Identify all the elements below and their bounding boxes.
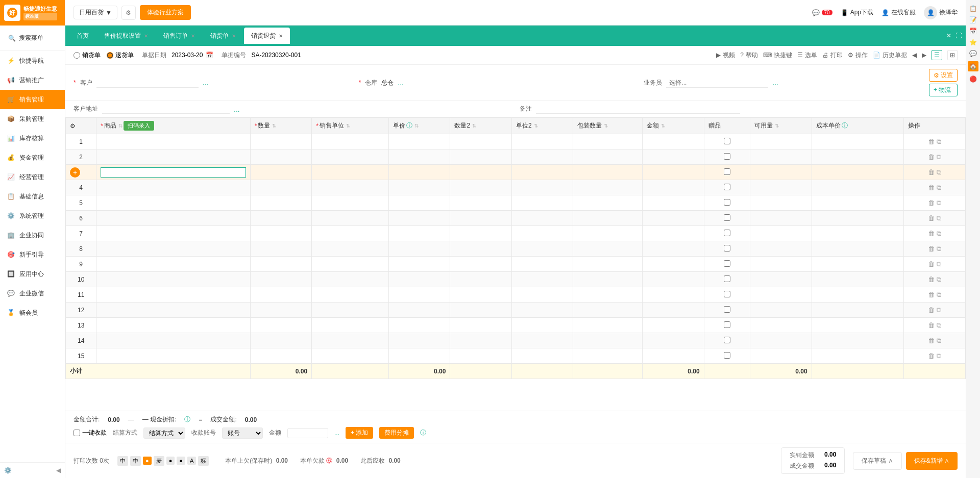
th-sort-icon[interactable]: ⇅ <box>118 123 122 129</box>
delete-row-btn[interactable]: 🗑 <box>928 168 935 176</box>
message-action[interactable]: 💬 70 <box>812 9 832 16</box>
row-unit2-cell[interactable] <box>511 165 573 180</box>
delete-row-btn[interactable]: 🗑 <box>928 214 935 222</box>
row-unit2-cell[interactable] <box>511 134 573 149</box>
prev-record-icon[interactable]: ◀ <box>912 52 917 59</box>
one-click-collect-checkbox[interactable]: 一键收款 <box>74 429 107 437</box>
fee-split-btn[interactable]: 费用分摊 <box>379 427 414 439</box>
copy-row-btn[interactable]: ⧉ <box>937 275 941 284</box>
copy-row-btn[interactable]: ⧉ <box>937 230 941 238</box>
row-unit2-cell[interactable] <box>511 149 573 165</box>
sidebar-item-basic-info[interactable]: 📋 基础信息 <box>0 187 65 206</box>
row-available-cell[interactable] <box>750 134 812 149</box>
logistics-small-btn[interactable]: + 物流 <box>929 84 958 96</box>
th-settings[interactable]: ⚙ <box>66 118 96 134</box>
row-quantity2-cell[interactable] <box>450 165 512 180</box>
maximize-icon[interactable]: ⛶ <box>955 32 962 39</box>
row-pack-qty-cell[interactable] <box>573 134 643 149</box>
delete-row-btn[interactable]: 🗑 <box>928 184 935 191</box>
delete-row-btn[interactable]: 🗑 <box>928 321 935 329</box>
right-sidebar-icon-2[interactable]: 📝 <box>969 16 977 23</box>
sidebar-item-wechat[interactable]: 💬 企业微信 <box>0 284 65 303</box>
row-available-cell[interactable] <box>750 149 812 165</box>
row-product-cell[interactable] <box>96 149 250 165</box>
row-amount-cell[interactable] <box>643 149 704 165</box>
sidebar-item-sales[interactable]: 🛒 销售管理 <box>0 90 65 109</box>
sidebar-item-enterprise[interactable]: 🏢 企业协同 <box>0 225 65 245</box>
address-dots-btn[interactable]: ... <box>234 105 240 113</box>
tab-price-settings[interactable]: 售价提取设置 ✕ <box>97 28 155 44</box>
row-sales-unit-cell[interactable] <box>312 134 389 149</box>
row-cost-price-cell[interactable] <box>812 134 904 149</box>
add-row-button[interactable]: + <box>70 167 80 178</box>
copy-row-btn[interactable]: ⧉ <box>937 245 941 253</box>
copy-row-btn[interactable]: ⧉ <box>937 337 941 345</box>
right-sidebar-icon-active[interactable]: 🏠 <box>968 61 978 71</box>
sidebar-item-apps[interactable]: 🔲 应用中心 <box>0 264 65 284</box>
copy-row-btn[interactable]: ⧉ <box>937 214 941 222</box>
row-unit-price-cell[interactable] <box>388 165 450 180</box>
shortcut-btn[interactable]: ⌨ 快捷键 <box>763 51 792 60</box>
amount-field-input[interactable] <box>287 428 328 438</box>
delete-row-btn[interactable]: 🗑 <box>928 337 935 344</box>
sidebar-item-inventory[interactable]: 📊 库存核算 <box>0 129 65 148</box>
row-gift-cell[interactable] <box>704 134 750 149</box>
delete-row-btn[interactable]: 🗑 <box>928 291 935 298</box>
tab-sales-invoice[interactable]: 销货单 ✕ <box>203 28 243 44</box>
gift-checkbox[interactable] <box>724 138 730 144</box>
right-sidebar-icon-3[interactable]: 📅 <box>969 28 977 35</box>
copy-row-btn[interactable]: ⧉ <box>937 260 941 268</box>
settings-button[interactable]: ⚙ <box>121 6 136 20</box>
copy-row-btn[interactable]: ⧉ <box>937 138 941 146</box>
row-amount-cell[interactable] <box>643 134 704 149</box>
quantity-sort-icon[interactable]: ⇅ <box>272 123 276 129</box>
row-cost-price-cell[interactable] <box>812 149 904 165</box>
delete-row-btn[interactable]: 🗑 <box>928 245 935 253</box>
sidebar-item-search[interactable]: 🔍 搜索菜单 <box>4 30 61 46</box>
settings-small-btn[interactable]: ⚙ 设置 <box>929 69 958 82</box>
gift-checkbox[interactable] <box>724 168 730 175</box>
save-draft-button[interactable]: 保存草稿 ∧ <box>853 452 901 470</box>
app-download-action[interactable]: 📱 App下载 <box>841 8 873 17</box>
row-quantity-cell[interactable] <box>250 134 312 149</box>
settings-gear-icon[interactable]: ⚙️ <box>4 467 12 474</box>
right-sidebar-icon-1[interactable]: 📋 <box>969 5 977 12</box>
user-profile-action[interactable]: 👤 徐泽华 <box>924 6 958 19</box>
row-sales-unit-cell[interactable] <box>312 165 389 180</box>
delete-row-btn[interactable]: 🗑 <box>928 260 935 268</box>
row-quantity2-cell[interactable] <box>450 134 512 149</box>
copy-row-btn[interactable]: ⧉ <box>937 306 941 314</box>
sales-unit-sort-icon[interactable]: ⇅ <box>346 123 350 129</box>
delete-row-btn[interactable]: 🗑 <box>928 230 935 237</box>
video-btn[interactable]: ▶ 视频 <box>716 51 735 60</box>
warehouse-dots-btn[interactable]: ... <box>398 79 404 87</box>
delete-row-btn[interactable]: 🗑 <box>928 138 935 145</box>
row-amount-cell[interactable] <box>643 165 704 180</box>
collapse-icon[interactable]: ◀ <box>56 467 61 474</box>
copy-row-btn[interactable]: ⧉ <box>937 153 941 161</box>
row-available-cell[interactable] <box>750 165 812 180</box>
scan-barcode-btn[interactable]: 扫码录入 <box>124 121 154 131</box>
row-gift-cell[interactable] <box>704 165 750 180</box>
tab-sales-return[interactable]: 销货退货 ✕ <box>244 28 290 44</box>
customer-dots-btn[interactable]: ... <box>203 79 209 87</box>
row-unit-price-cell[interactable] <box>388 134 450 149</box>
row-gift-cell[interactable] <box>704 149 750 165</box>
sidebar-item-marketing[interactable]: 📢 营销推广 <box>0 70 65 90</box>
return-invoice-radio-input[interactable] <box>107 52 113 59</box>
operate-btn[interactable]: ⚙ 操作 <box>848 51 868 60</box>
copy-row-btn[interactable]: ⧉ <box>937 199 941 207</box>
right-sidebar-icon-5[interactable]: 💬 <box>969 50 977 57</box>
address-input[interactable] <box>102 104 230 114</box>
fee-info-icon[interactable]: ⓘ <box>420 429 426 437</box>
add-payment-btn[interactable]: + 添加 <box>346 427 373 439</box>
help-btn[interactable]: ? 帮助 <box>740 51 758 60</box>
sales-invoice-radio[interactable]: 销货单 <box>74 51 101 60</box>
sidebar-item-system[interactable]: ⚙️ 系统管理 <box>0 206 65 225</box>
online-service-action[interactable]: 👤 在线客服 <box>881 8 916 17</box>
sidebar-item-member[interactable]: 🏅 畅会员 <box>0 303 65 322</box>
calculation-select[interactable]: 结算方式 <box>143 427 185 439</box>
row-pack-qty-cell[interactable] <box>573 149 643 165</box>
right-sidebar-icon-7[interactable]: 🔴 <box>969 76 977 83</box>
customer-input[interactable] <box>96 78 199 88</box>
